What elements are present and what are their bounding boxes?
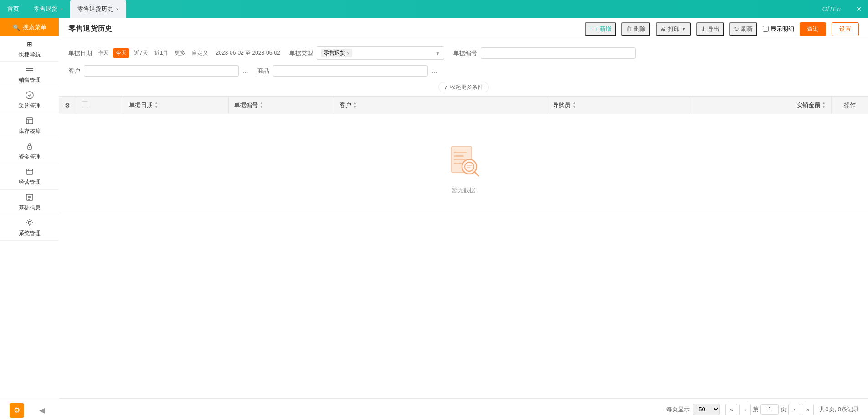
- show-detail-input[interactable]: [763, 26, 769, 32]
- prev-page-button[interactable]: ‹: [739, 404, 751, 415]
- first-page-button[interactable]: «: [725, 404, 737, 415]
- select-all-checkbox[interactable]: [82, 101, 88, 108]
- voucher-input[interactable]: [481, 47, 636, 59]
- date-range: 2023-06-02 至 2023-06-02: [216, 49, 280, 57]
- col-amount-sort[interactable]: ▲▼: [822, 102, 826, 109]
- refresh-icon: ↻: [734, 26, 739, 32]
- refresh-button[interactable]: ↻ 刷新: [729, 22, 757, 36]
- date-options: 昨天 今天 近7天 近1月 更多 自定义: [96, 48, 210, 58]
- last-page-button[interactable]: »: [802, 404, 814, 415]
- svg-rect-2: [26, 72, 31, 72]
- customer-ellipsis[interactable]: …: [242, 67, 248, 74]
- table-header-row: ⚙ 单据日期 ▲▼ 单据编号: [59, 97, 868, 114]
- sys-mgmt-icon: [25, 218, 35, 228]
- sidebar: 🔍 搜索菜单 ⊞ 快捷导航 销售管理 采购管理: [0, 18, 59, 420]
- export-icon: ⬇: [701, 26, 706, 32]
- col-checkbox[interactable]: [76, 97, 123, 114]
- page-size-label: 每页显示: [666, 405, 690, 414]
- type-tag-close[interactable]: ×: [347, 51, 349, 56]
- col-guide-sort[interactable]: ▲▼: [572, 102, 576, 109]
- sidebar-item-basic-info[interactable]: 基础信息: [0, 190, 59, 215]
- svg-rect-8: [26, 194, 33, 200]
- tab-retail-return-label: 零售退货: [34, 5, 57, 13]
- sidebar-item-sales-mgmt[interactable]: 销售管理: [0, 62, 59, 87]
- date-opt-1month[interactable]: 近1月: [153, 48, 170, 58]
- window-close-button[interactable]: ×: [850, 0, 868, 18]
- type-select-arrow: ▼: [435, 51, 440, 56]
- query-button[interactable]: 查询: [800, 22, 826, 36]
- tab-retail-return-history-close[interactable]: ×: [116, 6, 118, 12]
- main-layout: 🔍 搜索菜单 ⊞ 快捷导航 销售管理 采购管理: [0, 18, 868, 420]
- new-button[interactable]: + + 新增: [585, 22, 616, 36]
- sidebar-toggle-button[interactable]: ◀: [35, 403, 49, 418]
- sidebar-item-sys-mgmt-label: 系统管理: [19, 230, 41, 237]
- svg-point-6: [29, 147, 30, 148]
- customer-label: 客户: [68, 67, 80, 75]
- operations-icon: [25, 167, 35, 177]
- page-input[interactable]: [760, 404, 779, 415]
- tab-retail-return[interactable]: 零售退货 ×: [26, 0, 70, 18]
- sidebar-item-operations[interactable]: 经营管理: [0, 164, 59, 190]
- pagination-area: 每页显示 50 10 20 100 « ‹ 第 页 › » 共0页, 0条记录: [59, 398, 868, 420]
- sidebar-item-inventory[interactable]: 库存核算: [0, 113, 59, 138]
- sidebar-item-inventory-label: 库存核算: [19, 128, 41, 135]
- page-label-prefix: 第: [753, 405, 759, 414]
- tab-home-label: 首页: [7, 5, 19, 13]
- col-voucher-label: 单据编号: [234, 101, 258, 109]
- next-page-button[interactable]: ›: [788, 404, 800, 415]
- svg-rect-4: [26, 118, 33, 124]
- col-date-sort[interactable]: ▲▼: [154, 102, 158, 109]
- col-amount-label: 实销金额: [796, 101, 820, 109]
- col-date-label: 单据日期: [129, 101, 153, 109]
- filter-goods: 商品 …: [257, 65, 437, 77]
- empty-state: 暂无数据: [59, 114, 868, 213]
- date-opt-today[interactable]: 今天: [113, 48, 129, 58]
- export-button[interactable]: ⬇ 导出: [696, 22, 724, 36]
- date-opt-more[interactable]: 更多: [173, 48, 187, 58]
- show-detail-checkbox[interactable]: 显示明细: [763, 25, 794, 33]
- print-icon: 🖨: [660, 26, 666, 32]
- type-select[interactable]: 零售退货 × ▼: [317, 46, 444, 60]
- print-button[interactable]: 🖨 打印 ▼: [656, 22, 691, 36]
- svg-rect-12: [454, 155, 464, 157]
- type-label: 单据类型: [289, 49, 313, 57]
- voucher-label: 单据编号: [453, 49, 477, 57]
- col-voucher[interactable]: 单据编号 ▲▼: [229, 97, 334, 114]
- svg-rect-7: [26, 169, 33, 174]
- date-label: 单据日期: [68, 49, 92, 57]
- goods-ellipsis[interactable]: …: [431, 67, 437, 74]
- setting-button[interactable]: 设置: [832, 22, 859, 36]
- collapse-button[interactable]: ∧ 收起更多条件: [438, 82, 489, 92]
- sidebar-item-finance[interactable]: 资金管理: [0, 138, 59, 164]
- col-settings[interactable]: ⚙: [59, 97, 76, 114]
- page-nav: « ‹ 第 页 › »: [725, 404, 814, 415]
- sidebar-item-sys-mgmt[interactable]: 系统管理: [0, 215, 59, 241]
- col-amount[interactable]: 实销金额 ▲▼: [689, 97, 832, 114]
- page-header: 零售退货历史 + + 新增 🗑 删除 🖨 打印 ▼ ⬇ 导出: [59, 18, 868, 40]
- sidebar-settings-button[interactable]: ⚙: [10, 403, 24, 418]
- col-date[interactable]: 单据日期 ▲▼: [123, 97, 228, 114]
- col-customer-sort[interactable]: ▲▼: [353, 102, 357, 109]
- collapse-bar: ∧ 收起更多条件: [68, 82, 859, 92]
- print-dropdown-icon: ▼: [682, 26, 686, 31]
- delete-button[interactable]: 🗑 删除: [621, 22, 650, 36]
- page-size-dropdown[interactable]: 50 10 20 100: [693, 404, 720, 415]
- col-voucher-sort[interactable]: ▲▼: [260, 102, 263, 109]
- customer-input[interactable]: [84, 65, 239, 77]
- tab-bar: 首页 零售退货 × 零售退货历史 ×: [0, 0, 850, 18]
- empty-icon: [443, 142, 484, 183]
- date-opt-7days[interactable]: 近7天: [132, 48, 150, 58]
- goods-input[interactable]: [273, 65, 428, 77]
- tab-home[interactable]: 首页: [0, 0, 26, 18]
- tab-retail-return-close[interactable]: ×: [60, 6, 63, 12]
- col-guide[interactable]: 导购员 ▲▼: [547, 97, 689, 114]
- date-opt-yesterday[interactable]: 昨天: [96, 48, 110, 58]
- col-customer[interactable]: 客户 ▲▼: [334, 97, 547, 114]
- sidebar-item-quick-nav[interactable]: ⊞ 快捷导航: [0, 36, 59, 62]
- sidebar-search-label: 搜索菜单: [23, 23, 46, 31]
- tab-retail-return-history[interactable]: 零售退货历史 ×: [70, 0, 126, 18]
- date-opt-custom[interactable]: 自定义: [190, 48, 210, 58]
- sidebar-search-button[interactable]: 🔍 搜索菜单: [0, 18, 59, 36]
- sidebar-item-purchase-mgmt[interactable]: 采购管理: [0, 87, 59, 113]
- sidebar-item-finance-label: 资金管理: [19, 153, 41, 161]
